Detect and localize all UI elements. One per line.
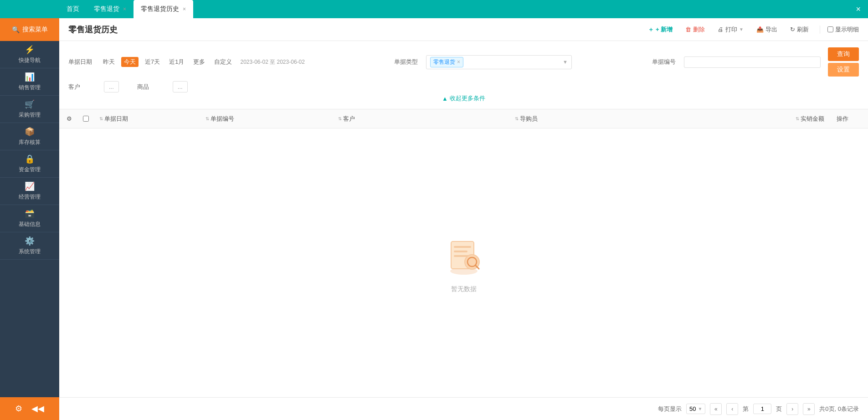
th-guide[interactable]: ⇅ 导购员 <box>515 115 647 123</box>
sidebar-search[interactable]: 🔍 搜索菜单 <box>0 18 59 41</box>
date-opt-custom[interactable]: 自定义 <box>211 57 235 67</box>
tab-retail-return-history-label: 零售退货历史 <box>141 5 179 13</box>
sidebar-item-operations[interactable]: 📈 经营管理 <box>0 178 59 205</box>
th-op-label: 操作 <box>837 115 848 123</box>
setting-button[interactable]: 设置 <box>828 63 859 77</box>
th-customer-sort-icon: ⇅ <box>338 116 342 121</box>
window-close-button[interactable]: × <box>856 5 861 14</box>
th-date[interactable]: ⇅ 单据日期 <box>99 115 205 123</box>
show-detail-input[interactable] <box>827 26 833 32</box>
type-select-arrow: ▼ <box>563 59 568 65</box>
type-tag-remove[interactable]: × <box>457 59 460 65</box>
search-icon: 🔍 <box>12 26 20 33</box>
last-page-button[interactable]: » <box>803 403 815 415</box>
prev-page-button[interactable]: ‹ <box>726 403 738 415</box>
sidebar-bottom: ⚙ ◀◀ <box>0 397 59 420</box>
operations-icon: 📈 <box>25 181 35 191</box>
no-filter-label: 单据编号 <box>652 58 684 66</box>
export-button[interactable]: 📤 导出 <box>753 24 781 36</box>
sidebar-item-system[interactable]: ⚙️ 系统管理 <box>0 232 59 260</box>
sidebar-item-inventory[interactable]: 📦 库存核算 <box>0 123 59 150</box>
customer-filter-label: 客户 <box>68 83 100 91</box>
quick-nav-icon: ⚡ <box>25 45 35 55</box>
date-opt-more[interactable]: 更多 <box>190 57 208 67</box>
print-icon: 🖨 <box>718 26 724 33</box>
print-button[interactable]: 🖨 打印 ▼ <box>714 24 747 36</box>
query-button[interactable]: 查询 <box>828 47 859 61</box>
type-tag-value: 零售退货 <box>433 58 455 66</box>
tab-retail-return-close[interactable]: × <box>123 6 126 12</box>
empty-icon <box>441 232 487 278</box>
basic-info-icon: 🗃️ <box>25 209 35 219</box>
sidebar-item-quick-nav[interactable]: ⚡ 快捷导航 <box>0 41 59 68</box>
pagination: 每页显示 50 ▼ « ‹ 第 页 › » 共0页, 0条记录 <box>59 397 868 420</box>
purchase-mgmt-icon: 🛒 <box>25 99 35 109</box>
th-no-sort-icon: ⇅ <box>205 116 209 121</box>
empty-text: 暂无数据 <box>451 285 477 293</box>
date-opt-last7[interactable]: 近7天 <box>142 57 163 67</box>
show-detail-checkbox[interactable]: 显示明细 <box>827 26 859 34</box>
next-page-icon: › <box>791 406 793 412</box>
th-op: 操作 <box>824 115 861 123</box>
settings-col-icon: ⚙ <box>67 115 72 122</box>
th-check[interactable] <box>83 116 99 122</box>
per-page-label: 每页显示 <box>658 405 682 413</box>
next-page-button[interactable]: › <box>786 403 798 415</box>
delete-button[interactable]: 🗑 删除 <box>682 24 709 36</box>
per-page-select[interactable]: 50 ▼ <box>686 404 705 414</box>
page-number-input[interactable] <box>753 404 771 414</box>
tab-home-label: 首页 <box>67 5 79 13</box>
goods-filter-input[interactable]: ... <box>173 81 188 92</box>
sidebar-item-purchase-mgmt[interactable]: 🛒 采购管理 <box>0 96 59 123</box>
page-header: 零售退货历史 ＋ + 新增 🗑 删除 🖨 打印 ▼ 📤 导出 ↻ 刷新 <box>59 18 868 41</box>
collapse-label: 收起更多条件 <box>450 94 485 102</box>
collapse-button[interactable]: ▲ 收起更多条件 <box>442 94 485 102</box>
delete-icon: 🗑 <box>685 26 691 33</box>
sidebar-item-sales-mgmt[interactable]: 📊 销售管理 <box>0 68 59 96</box>
settings-icon[interactable]: ⚙ <box>15 404 22 414</box>
refresh-icon: ↻ <box>790 26 795 33</box>
print-label: 打印 <box>725 26 737 34</box>
tab-home[interactable]: 首页 <box>59 0 87 18</box>
select-all-checkbox[interactable] <box>83 116 89 122</box>
customer-filter-input[interactable]: ... <box>104 81 119 92</box>
th-settings[interactable]: ⚙ <box>67 115 83 122</box>
inventory-icon: 📦 <box>25 127 35 137</box>
sidebar-item-inventory-label: 库存核算 <box>19 138 41 146</box>
tab-retail-return-history[interactable]: 零售退货历史 × <box>134 0 193 18</box>
customer-filter-field: 客户 ... <box>68 81 119 92</box>
svg-rect-2 <box>454 246 471 248</box>
export-icon: 📤 <box>756 26 764 33</box>
th-no-label: 单据编号 <box>211 115 234 123</box>
last-page-icon: » <box>807 406 811 412</box>
th-customer[interactable]: ⇅ 客户 <box>338 115 515 123</box>
th-amount[interactable]: ⇅ 实销金额 <box>736 115 824 123</box>
sidebar-search-label: 搜索菜单 <box>22 26 48 34</box>
date-opt-today[interactable]: 今天 <box>121 57 139 67</box>
date-options: 昨天 今天 近7天 近1月 更多 自定义 <box>100 57 235 67</box>
date-opt-last-month[interactable]: 近1月 <box>166 57 187 67</box>
page-unit: 页 <box>776 405 782 413</box>
sidebar-item-basic-info-label: 基础信息 <box>19 220 41 228</box>
sidebar-item-basic-info[interactable]: 🗃️ 基础信息 <box>0 205 59 232</box>
new-button[interactable]: ＋ + 新增 <box>644 24 676 36</box>
type-select[interactable]: 零售退货 × ▼ <box>426 55 572 69</box>
audio-icon[interactable]: ◀◀ <box>31 404 44 414</box>
goods-filter-label: 商品 <box>137 83 169 91</box>
th-date-label: 单据日期 <box>104 115 128 123</box>
empty-state: 暂无数据 <box>59 128 868 397</box>
filter-row-1: 单据日期 昨天 今天 近7天 近1月 更多 自定义 2023-06-02 至 2… <box>68 47 859 77</box>
first-page-button[interactable]: « <box>710 403 722 415</box>
tab-retail-return-history-close[interactable]: × <box>183 6 186 12</box>
refresh-label: 刷新 <box>797 26 809 34</box>
main-content: 零售退货历史 ＋ + 新增 🗑 删除 🖨 打印 ▼ 📤 导出 ↻ 刷新 <box>59 18 868 420</box>
tab-retail-return[interactable]: 零售退货 × <box>87 0 134 18</box>
sidebar-item-sales-mgmt-label: 销售管理 <box>19 84 41 92</box>
sidebar-item-operations-label: 经营管理 <box>19 193 41 201</box>
export-label: 导出 <box>765 26 777 34</box>
refresh-button[interactable]: ↻ 刷新 <box>786 24 812 36</box>
sidebar-item-finance[interactable]: 🔒 资金管理 <box>0 150 59 178</box>
date-opt-yesterday[interactable]: 昨天 <box>100 57 118 67</box>
no-filter-input[interactable] <box>684 56 821 68</box>
th-no[interactable]: ⇅ 单据编号 <box>205 115 338 123</box>
